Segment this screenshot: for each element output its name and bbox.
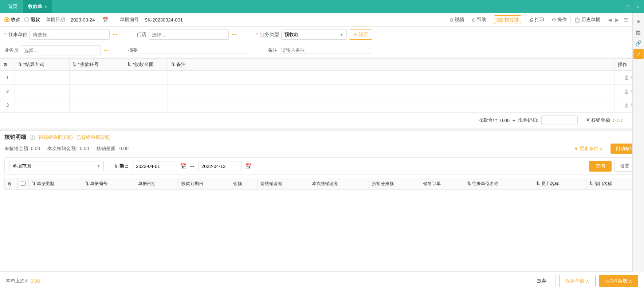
vcol-settings[interactable]: ⚙ [5,178,18,190]
shop-more-btn[interactable]: ··· [231,31,237,38]
row3-amount[interactable] [124,98,168,112]
staff-more-btn[interactable]: ··· [103,47,109,54]
prev-icon[interactable]: ◀ [608,17,612,23]
staff-field: 业务员 ··· [4,45,109,55]
date-range-dash: — [190,164,195,169]
save-draft-label: 保存草稿 [565,278,584,284]
remark-label: 备注 [268,47,278,54]
close-btn[interactable]: × [634,4,641,9]
settings-button[interactable]: ⚙ 设置 [349,30,372,40]
next-icon[interactable]: ▶ [615,17,619,23]
row1-remark[interactable] [168,71,615,85]
done-tab[interactable]: 已核销单据(0笔) [76,134,111,141]
select-all-checkbox[interactable] [21,181,25,186]
history-action[interactable]: 📋 历史单据 [574,16,600,23]
sidebar-attachment-icon[interactable]: 🔗 [633,38,644,48]
footer-row: 本单上次⊙ 0.00 放弃 保存草稿 ∧ 保存&新增 ∧ [0,271,644,290]
date-picker-icon[interactable]: 📅 [102,17,108,23]
discount-input[interactable] [541,115,578,125]
vcol-checkbox[interactable] [18,178,29,190]
row3-settle[interactable] [15,98,70,112]
tab-receipt[interactable]: 收款单 × [23,0,52,13]
abandon-button[interactable]: 放弃 [528,275,555,287]
save-draft-button[interactable]: 保存草稿 ∧ [559,275,596,287]
unverified-stat: 未核销金额 0.00 [4,145,40,152]
row2-delete-btn[interactable]: 🗑 [624,89,629,94]
verify-header: 核销明细 i 待核销单据(0笔) 已核销单据(0笔) [4,134,640,141]
range-select[interactable]: 单据范围 ▼ [9,161,104,171]
partner-more-btn[interactable]: ··· [112,31,118,38]
verify-settings-button[interactable]: 设置 [614,161,635,172]
operation-action[interactable]: ⚙ 操作 [552,16,567,23]
row3-account[interactable] [70,98,124,112]
operation-label: 操作 [557,16,567,23]
video-action[interactable]: ⊙ 视频 [449,16,464,23]
pending-tab[interactable]: 待核销单据(0笔) [39,134,73,141]
row2-amount[interactable] [124,85,168,98]
shop-input[interactable] [149,30,229,40]
summary-input[interactable] [140,47,249,54]
tab-receipt-close[interactable]: × [44,4,47,9]
date-from-input[interactable] [133,161,176,171]
list-icon[interactable]: ☰ [624,17,628,23]
tab-home[interactable]: 首页 [3,0,23,13]
col-remark: ⇅ 备注 [168,59,615,71]
row2-account[interactable] [70,85,124,98]
settings-label: 设置 [359,31,368,38]
cal-to-icon[interactable]: 📅 [246,163,252,169]
print-action[interactable]: 🖨 打印 [529,16,544,23]
cal-from-icon[interactable]: 📅 [180,163,186,169]
biz-type-select[interactable]: 预收款 ▼ [281,30,347,40]
more-conditions-btn[interactable]: ▼ 更多条件 ∧ [574,145,603,152]
row3-delete-btn[interactable]: 🗑 [624,102,629,108]
maximize-btn[interactable]: □ [624,4,631,9]
bill-date-value: 2023-03-24 [71,17,95,23]
save-new-button[interactable]: 保存&新增 ∧ [599,275,638,287]
divider3 [525,16,525,23]
query-button[interactable]: 查询 [589,161,612,172]
sidebar-grid-icon[interactable]: ⊞ [633,16,644,26]
sidebar-table-icon[interactable]: ▤ [633,27,644,37]
verify-info-icon[interactable]: i [30,135,35,140]
vcol-current: 本次核销金额 [309,178,369,190]
table-row: 2 🗑 ⧉ [0,85,644,98]
row2-remark[interactable] [168,85,615,98]
remark-input[interactable] [280,47,371,54]
video-label: 视频 [455,16,464,23]
biz-type-label: 业务类型 [260,31,279,38]
tab-receipt-label: 收款单 [28,3,42,10]
minimize-btn[interactable]: — [612,4,621,9]
shortcut-action[interactable]: ⌨ 快捷键 [494,15,521,24]
receipt-table-section: ⚙ ⇅ *结算方式 ⇅ *收款账号 ⇅ *收款金额 ⇅ 备注 [0,58,644,112]
staff-input[interactable] [21,45,101,55]
partner-field: * 往来单位 ··· [4,30,118,40]
plus-sign: + [513,118,515,123]
partner-input[interactable] [30,30,110,40]
date-to-input[interactable] [198,161,242,171]
row1-delete-btn[interactable]: 🗑 [624,75,629,81]
biz-type-value: 预收款 [284,31,299,38]
col-settings[interactable]: ⚙ [0,59,15,71]
current-label: 本次核销金额: [47,146,77,151]
radio-receipt[interactable]: 收款 [4,16,20,23]
row1-amount[interactable] [124,71,168,85]
row2-settle[interactable] [15,85,70,98]
verify-header-row: ⚙ ⇅ 单据类型 ⇅ 单据编号 单据日期 收款到期日 金额 待核销金额 本次核销… [5,178,640,190]
row3-remark[interactable] [168,98,615,112]
radio-refund-dot [24,17,29,22]
row1-account[interactable] [70,71,124,85]
row-num-2: 2 [0,85,15,98]
save-draft-arrow: ∧ [586,278,589,284]
help-action[interactable]: ⊙ 帮助 [472,16,486,23]
radio-receipt-dot [4,17,9,22]
current-stat: 本次核销金额: 0.00 [47,145,89,152]
row-num-1: 1 [0,71,15,85]
save-new-label: 保存&新增 [605,278,627,284]
print-label: 打印 [535,16,544,23]
chevron-up-icon: ∧ [600,146,603,152]
save-new-arrow: ∧ [629,278,632,284]
window-controls: — □ × [612,4,641,9]
sidebar-expand-icon[interactable]: ⤢ [633,49,644,59]
radio-refund[interactable]: 退款 [24,16,40,23]
row1-settle[interactable] [15,71,70,85]
